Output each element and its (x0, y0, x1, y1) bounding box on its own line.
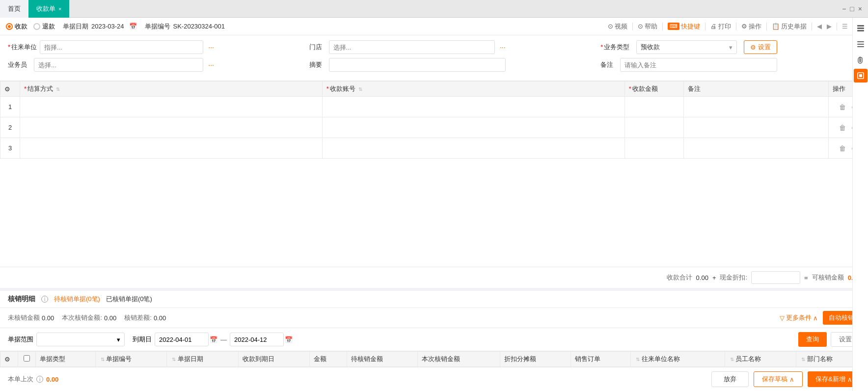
radio-refund-dot (33, 23, 40, 30)
settings-icon[interactable]: ⚙ (4, 85, 10, 93)
close-button[interactable]: × (858, 5, 862, 13)
row-3-remark[interactable] (683, 138, 828, 159)
tab-receipt[interactable]: 收款单 × (28, 0, 69, 18)
svg-rect-7 (859, 74, 862, 77)
nav-prev-icon[interactable]: ◀ (817, 23, 822, 30)
hx-info-icon[interactable]: i (41, 296, 48, 303)
date-value: 2023-03-24 (91, 23, 124, 30)
divider4 (736, 23, 736, 30)
unchecked-label: 未核销金额 (8, 313, 40, 322)
total-value: 0.00 (696, 274, 708, 281)
business-type-arrow-icon: ▾ (729, 44, 732, 51)
sort-icon-date: ⇅ (172, 357, 176, 362)
remark-label: 备注 (600, 60, 613, 69)
sidebar-table-icon[interactable] (854, 22, 868, 35)
save-draft-label: 保存草稿 (762, 375, 787, 384)
settings-button[interactable]: ⚙ 设置 (744, 40, 777, 54)
discount-input[interactable] (751, 271, 800, 284)
hx-section: 核销明细 i 待核销单据(0笔) 已核销单据(0笔) 未核销金额 0.00 本次… (0, 288, 868, 367)
sidebar-attachment-icon[interactable] (854, 53, 868, 67)
radio-refund[interactable]: 退款 (33, 22, 55, 31)
radio-receipt[interactable]: 收款 (6, 22, 27, 31)
table-row: 1 🗑 ⊕ (0, 97, 868, 117)
bth-settings[interactable]: ⚙ (0, 352, 18, 367)
bth-current: 本次核销金额 (418, 352, 500, 367)
th-account: *收款账号 ⇅ (322, 82, 624, 97)
list-view-icon[interactable]: ☰ (842, 23, 848, 30)
row-2-remark[interactable] (683, 117, 828, 138)
row-3-account[interactable] (322, 138, 624, 159)
th-settings[interactable]: ⚙ (0, 82, 20, 97)
row-2-account[interactable] (322, 117, 624, 138)
range-label: 单据范围 (8, 335, 33, 344)
more-conditions-button[interactable]: ▽ 更多条件 ∧ (780, 313, 818, 322)
date-from-input[interactable] (155, 333, 209, 346)
range-select[interactable]: ▾ (36, 333, 125, 346)
auto-verify-label: 自动核销 (829, 314, 854, 321)
history-label: 历史单据 (781, 22, 807, 31)
operation-button[interactable]: ⚙ 操作 (741, 22, 761, 31)
bth-number: ⇅ 单据编号 (95, 352, 167, 367)
row-1-remark[interactable] (683, 97, 828, 117)
row-3-delete-button[interactable]: 🗑 (837, 143, 848, 153)
row-2-amount[interactable] (624, 117, 683, 138)
video-button[interactable]: ⊙ 视频 (608, 22, 627, 31)
bth-discount: 折扣分摊额 (500, 352, 571, 367)
cal-from-icon[interactable]: 📅 (210, 336, 217, 343)
query-label: 查询 (806, 335, 819, 343)
row-3-settlement[interactable] (20, 138, 323, 159)
number-label: 单据编号 (145, 22, 170, 31)
query-button[interactable]: 查询 (798, 332, 827, 347)
tab-close-icon[interactable]: × (58, 6, 61, 12)
radio-refund-label: 退款 (42, 22, 55, 31)
shortcut-button[interactable]: ⌨ 快捷键 (668, 22, 700, 31)
cal-to-icon[interactable]: 📅 (285, 336, 293, 343)
business-type-select[interactable]: 预收款 ▾ (636, 40, 737, 54)
row-1-account[interactable] (322, 97, 624, 117)
remark-input[interactable] (620, 58, 777, 72)
history-button[interactable]: 📋 历史单据 (772, 22, 807, 31)
store-input[interactable] (329, 40, 495, 54)
date-to-input[interactable] (230, 333, 284, 346)
row-1-amount[interactable] (624, 97, 683, 117)
print-button[interactable]: 🖨 打印 (710, 22, 731, 31)
sidebar-list-icon[interactable] (854, 37, 868, 51)
staff-input[interactable] (34, 58, 203, 72)
store-more-icon[interactable]: ··· (500, 43, 506, 51)
maximize-button[interactable]: □ (850, 5, 854, 13)
info-icon-bottom[interactable]: i (36, 376, 43, 383)
row-3-amount[interactable] (624, 138, 683, 159)
staff-label: 业务员 (8, 60, 27, 69)
summary-input[interactable] (329, 58, 506, 72)
help-button[interactable]: ⊙ 帮助 (638, 22, 657, 31)
help-icon: ⊙ (638, 23, 643, 30)
bth-settings-icon[interactable]: ⚙ (4, 356, 10, 363)
hx-done-tab[interactable]: 已核销单据(0笔) (106, 295, 152, 304)
nav-next-icon[interactable]: ▶ (827, 23, 832, 30)
sidebar-screenshot-icon[interactable] (854, 69, 868, 83)
svg-rect-4 (857, 44, 864, 45)
sort-arrows-account[interactable]: ⇅ (358, 86, 362, 92)
select-all-checkbox[interactable] (24, 355, 30, 362)
minimize-button[interactable]: − (842, 5, 846, 13)
bth-pending: 待核销金额 (347, 352, 418, 367)
unchecked-value: 0.00 (42, 314, 54, 322)
calendar-icon[interactable]: 📅 (129, 23, 137, 30)
form-row-1: *往来单位 ··· 门店 ··· *业务类型 预收款 ▾ (8, 40, 860, 54)
sort-arrows-settlement[interactable]: ⇅ (56, 86, 60, 92)
abandon-button[interactable]: 放弃 (711, 371, 749, 387)
bth-checkbox[interactable] (18, 352, 36, 367)
tab-home[interactable]: 首页 (0, 0, 28, 18)
hx-stats: 未核销金额 0.00 本次核销金额: 0.00 核销差额: 0.00 ▽ 更多条… (0, 308, 868, 328)
row-1-delete-button[interactable]: 🗑 (837, 102, 848, 112)
shortcut-icon: ⌨ (668, 23, 679, 30)
counterpart-input[interactable] (40, 40, 203, 54)
row-2-delete-button[interactable]: 🗑 (837, 123, 848, 133)
save-draft-button[interactable]: 保存草稿 ∧ (754, 371, 803, 387)
row-1-settlement[interactable] (20, 97, 323, 117)
row-2-settlement[interactable] (20, 117, 323, 138)
hx-pending-tab[interactable]: 待核销单据(0笔) (54, 295, 100, 304)
staff-more-icon[interactable]: ··· (208, 61, 214, 69)
counterpart-more-icon[interactable]: ··· (208, 43, 214, 51)
print-label: 打印 (718, 22, 731, 31)
